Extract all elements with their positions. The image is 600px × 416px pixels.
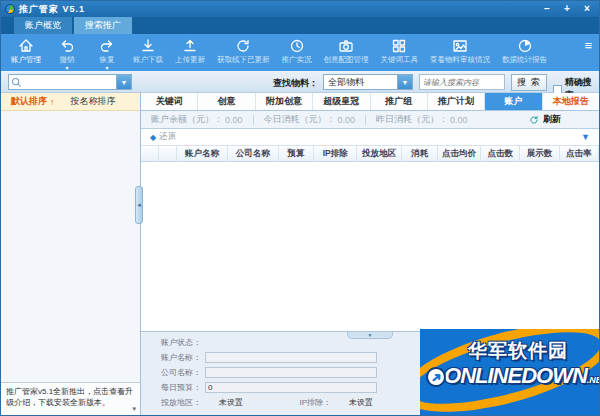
column-header-company-name[interactable]: 公司名称 [228,146,279,161]
tab-account-overview[interactable]: 账户概览 [14,17,72,34]
maximize-button[interactable]: + [559,3,575,15]
column-header-clicks[interactable]: 点击数 [481,146,520,161]
clock-icon [289,37,305,54]
grid-icon [391,37,407,54]
sidebar-splitter-handle[interactable]: ◄ [135,186,143,224]
sidebar-search-dropdown-icon[interactable]: ▼ [116,75,131,89]
upload-update-button[interactable]: 上传更新 [169,37,211,65]
minimize-button[interactable]: − [539,3,555,15]
material-type-select[interactable]: 全部物料 ▼ [323,74,413,90]
material-review-button[interactable]: 查看物料审核情况 [424,37,496,65]
undo-button[interactable]: 撤销 ▾ [47,37,87,70]
table-header: 账户名称 公司名称 预算 IP排除 投放地区 消耗 点击均价 点击数 展示数 点… [141,145,599,162]
promotion-live-button[interactable]: 推广实况 [276,37,318,65]
account-name-label: 账户名称： [141,352,205,363]
tab-search-promotion[interactable]: 搜索推广 [74,17,132,34]
toolbar: 账户管理 撤销 ▾ 恢复 ▾ 账户下载 上传更新 [1,34,599,71]
sort-default-button[interactable]: 默认排序 [11,95,47,108]
column-header-impressions[interactable]: 展示数 [520,146,559,161]
column-header-region[interactable]: 投放地区 [357,146,402,161]
refresh-label: 刷新 [543,113,561,126]
checkbox-column-header[interactable] [141,146,159,161]
image-icon [452,37,468,54]
column-header-account-name[interactable]: 账户名称 [177,146,228,161]
account-download-button[interactable]: 账户下载 [127,37,169,65]
material-tabs: 关键词 创意 附加创意 超级皇冠 推广组 推广计划 账户 本地报告 [141,93,599,111]
home-icon [18,37,34,54]
sort-by-name-button[interactable]: 按名称排序 [71,95,116,108]
balance-value: 0.00 [225,115,243,125]
tab-creatives[interactable]: 创意 [198,93,255,110]
column-header-avg-click-price[interactable]: 点击均价 [438,146,481,161]
divider [253,115,254,125]
undo-icon [59,37,75,54]
account-status-label: 账户状态： [141,337,205,348]
notice-caret-icon[interactable]: ▾ [132,404,136,414]
keyword-tools-button[interactable]: 关键词工具 [375,37,425,65]
sidebar: 默认排序 ↑ 按名称排序 推广管家v5.1全新推出，点击查看升级介绍，下载安装全… [1,93,141,415]
fetch-offline-updates-button[interactable]: 获取线下已更新 [211,37,276,65]
undo-dropdown-caret-icon[interactable]: ▾ [65,66,68,70]
notice-text: 推广管家v5.1全新推出，点击查看升级介绍，下载安装全新版本。 [6,387,133,407]
watermark-domain: ONLINEDOWN.NET [444,363,599,389]
tab-account[interactable]: 账户 [485,93,542,110]
region-value: 未设置 [205,397,243,408]
yesterday-cost-label: 昨日消耗（元）： [376,113,448,126]
tab-super-crown[interactable]: 超级皇冠 [313,93,370,110]
refresh-button[interactable]: 刷新 [529,113,561,126]
menu-icon[interactable]: ≡ [584,38,592,53]
sort-ascending-icon[interactable]: ↑ [50,97,55,107]
redo-button[interactable]: 恢复 ▾ [87,37,127,70]
pie-icon [517,37,533,54]
company-name-label: 公司名称： [141,367,205,378]
today-cost-label: 今日消耗（元）： [264,113,336,126]
tab-ad-groups[interactable]: 推广组 [371,93,428,110]
close-button[interactable]: × [579,3,595,15]
region-label: 投放地区： [141,397,205,408]
app-window: 推广管家 V5.1 − + × 账户概览 搜索推广 账户管理 撤销 ▾ [0,0,600,416]
tab-local-report[interactable]: 本地报告 [543,93,599,110]
material-type-dropdown-icon[interactable]: ▼ [397,75,412,89]
sidebar-notice[interactable]: 推广管家v5.1全新推出，点击查看升级介绍，下载安装全新版本。 ▾ [1,382,140,415]
balance-label: 账户余额（元）： [151,113,223,126]
table-body-empty[interactable] [141,162,599,331]
daily-budget-field[interactable] [205,382,377,393]
watermark: 华军软件园 ONLINEDOWN.NET ➜ [420,329,599,415]
column-header-ip-exclusion[interactable]: IP排除 [314,146,357,161]
tab-campaigns[interactable]: 推广计划 [428,93,485,110]
app-logo-icon [5,4,15,14]
form-collapse-handle[interactable]: ▼ [347,332,393,339]
ip-exclusion-label: IP排除： [279,397,335,408]
column-header-ctr[interactable]: 点击率 [560,146,599,161]
filter-bar: ▼ 查找物料： 全部物料 ▼ 搜 索 精确搜索 [1,71,599,93]
download-icon [140,37,156,54]
restore-button[interactable]: ◆ 还原 [150,131,176,143]
refresh-icon [235,37,251,54]
company-name-field[interactable] [205,367,377,378]
material-type-value: 全部物料 [324,76,364,89]
column-filter-caret-icon[interactable]: ▼ [581,132,590,142]
today-cost-value: 0.00 [338,115,356,125]
sidebar-sort-bar: 默认排序 ↑ 按名称排序 [1,93,140,111]
column-header-cost[interactable]: 消耗 [402,146,438,161]
column-header-budget[interactable]: 预算 [279,146,315,161]
search-icon [11,77,22,88]
account-name-field[interactable] [205,352,377,363]
sidebar-search-box[interactable]: ▼ [8,74,132,90]
search-button[interactable]: 搜 索 [511,74,547,91]
creative-image-button[interactable]: 创意配图管理 [318,37,375,65]
redo-dropdown-caret-icon[interactable]: ▾ [105,66,108,70]
search-input[interactable] [419,74,505,90]
upload-icon [182,37,198,54]
yesterday-cost-value: 0.00 [450,115,468,125]
window-title: 推广管家 V5.1 [19,3,85,16]
find-material-label: 查找物料： [273,77,318,90]
status-column-header[interactable] [159,146,177,161]
tab-extended-creatives[interactable]: 附加创意 [256,93,313,110]
account-management-button[interactable]: 账户管理 [5,37,47,65]
tab-keywords[interactable]: 关键词 [141,93,198,110]
title-bar: 推广管家 V5.1 − + × [1,1,599,17]
divider [365,115,366,125]
statistics-report-button[interactable]: 数据统计报告 [496,37,553,65]
nav-tabstrip: 账户概览 搜索推广 [1,17,599,34]
